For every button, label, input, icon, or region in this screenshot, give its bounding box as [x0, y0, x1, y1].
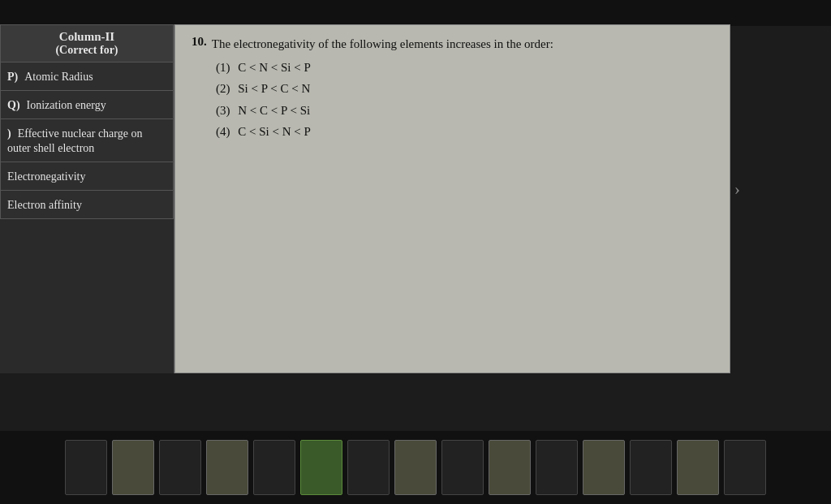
row-text-2: Ionization energy — [27, 99, 106, 111]
option-4[interactable]: (4) C < Si < N < P — [216, 123, 713, 141]
option-num-3: (3) — [216, 104, 230, 117]
book-3 — [159, 440, 201, 495]
question-block: 10. The electronegativity of the followi… — [192, 35, 713, 141]
option-text-2: Si < P < C < N — [238, 82, 310, 95]
book-5 — [253, 440, 295, 495]
option-2[interactable]: (2) Si < P < C < N — [216, 80, 713, 98]
option-text-4: C < Si < N < P — [238, 125, 311, 138]
book-12 — [583, 440, 625, 495]
row-effective-nuclear: ) Effective nuclear charge on outer shel… — [0, 119, 174, 162]
book-7 — [347, 440, 390, 495]
nav-arrow-right[interactable]: › — [734, 179, 740, 200]
column-subtitle: (Correct for) — [4, 44, 170, 57]
option-num-2: (2) — [216, 82, 230, 95]
book-6 — [300, 440, 342, 495]
column-header: Column-II (Correct for) — [0, 24, 174, 62]
row-electronegativity: Electronegativity — [0, 162, 174, 191]
right-panel: 10. The electronegativity of the followi… — [174, 24, 730, 373]
book-2 — [112, 440, 154, 495]
question-header: 10. The electronegativity of the followi… — [192, 35, 713, 54]
column-title: Column-II — [4, 30, 170, 44]
top-bar — [0, 0, 831, 26]
row-atomic-radius: P) Atomic Radius — [0, 62, 174, 91]
book-9 — [441, 440, 484, 495]
book-1 — [65, 440, 107, 495]
row-text-4: Electronegativity — [7, 170, 85, 183]
option-1[interactable]: (1) C < N < Si < P — [216, 58, 713, 77]
left-panel: Column-II (Correct for) P) Atomic Radius… — [0, 24, 174, 373]
book-13 — [630, 440, 672, 495]
book-8 — [394, 440, 437, 495]
row-text-1: Atomic Radius — [24, 71, 93, 83]
question-text: The electronegativity of the following e… — [212, 35, 553, 54]
book-4 — [206, 440, 248, 495]
option-3[interactable]: (3) N < C < P < Si — [216, 101, 713, 120]
book-10 — [489, 440, 531, 495]
row-prefix-1: P) — [7, 71, 18, 83]
bottom-bar — [0, 431, 831, 504]
option-num-1: (1) — [216, 61, 230, 74]
book-14 — [677, 440, 719, 495]
options-list: (1) C < N < Si < P (2) Si < P < C < N (3… — [192, 58, 713, 141]
row-text-3: Effective nuclear charge on outer shell … — [7, 127, 142, 154]
row-electron-affinity: Electron affinity — [0, 191, 174, 219]
row-text-5: Electron affinity — [7, 199, 82, 211]
main-content: Column-II (Correct for) P) Atomic Radius… — [0, 24, 730, 373]
option-text-3: N < C < P < Si — [238, 104, 310, 117]
book-15 — [724, 440, 766, 495]
book-11 — [536, 440, 578, 495]
question-number: 10. — [192, 35, 207, 54]
row-prefix-2: Q) — [7, 99, 20, 111]
row-ionization-energy: Q) Ionization energy — [0, 91, 174, 119]
option-text-1: C < N < Si < P — [238, 61, 311, 74]
row-prefix-3: ) — [7, 127, 11, 140]
option-num-4: (4) — [216, 125, 230, 138]
